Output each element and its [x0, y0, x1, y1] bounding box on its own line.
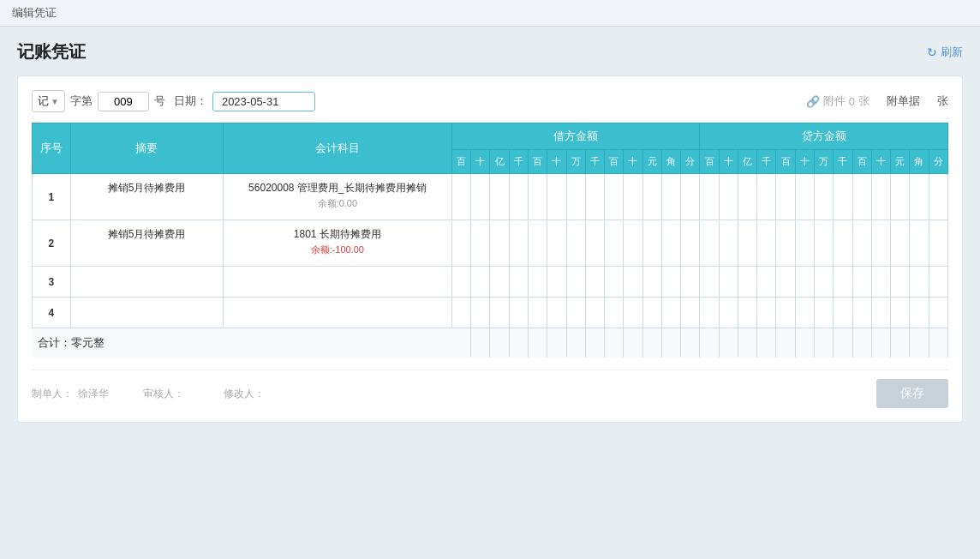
row-3-debit-1[interactable] — [471, 298, 490, 328]
row-2-debit-5[interactable] — [547, 267, 566, 298]
row-1-debit-3[interactable] — [509, 220, 528, 267]
row-2-credit-12[interactable] — [929, 267, 947, 298]
row-2-credit-0[interactable] — [700, 267, 719, 298]
row-3-credit-8[interactable] — [852, 298, 871, 328]
row-2-account[interactable] — [223, 267, 451, 298]
type-select[interactable]: 记 ▼ — [32, 90, 65, 112]
row-2-credit-3[interactable] — [757, 267, 776, 298]
row-0-credit-2[interactable] — [738, 174, 756, 220]
row-0-debit-7[interactable] — [585, 174, 604, 220]
row-0-debit-10[interactable] — [642, 174, 661, 220]
row-0-debit-3[interactable] — [509, 174, 528, 220]
row-3-debit-4[interactable] — [529, 298, 547, 328]
row-3-credit-9[interactable] — [871, 298, 890, 328]
row-3-debit-0[interactable] — [451, 298, 470, 328]
save-button[interactable]: 保存 — [876, 379, 948, 408]
row-1-account[interactable]: 1801 长期待摊费用余额:-100.00 — [223, 220, 451, 267]
row-3-debit-2[interactable] — [490, 298, 509, 328]
row-1-summary[interactable]: 摊销5月待摊费用 — [70, 220, 223, 267]
row-1-credit-4[interactable] — [776, 220, 795, 267]
row-2-debit-4[interactable] — [529, 267, 547, 298]
row-2-credit-4[interactable] — [776, 267, 795, 298]
row-3-credit-4[interactable] — [776, 298, 795, 328]
row-2-debit-11[interactable] — [661, 267, 680, 298]
row-1-credit-12[interactable] — [929, 220, 947, 267]
row-1-credit-2[interactable] — [738, 220, 756, 267]
row-3-debit-9[interactable] — [624, 298, 642, 328]
row-3-credit-7[interactable] — [834, 298, 852, 328]
row-0-credit-4[interactable] — [776, 174, 795, 220]
row-1-debit-2[interactable] — [490, 220, 509, 267]
row-1-debit-1[interactable] — [471, 220, 490, 267]
row-2-summary[interactable] — [70, 267, 223, 298]
row-0-credit-12[interactable] — [929, 174, 947, 220]
row-1-debit-10[interactable] — [642, 220, 661, 267]
row-0-credit-11[interactable] — [910, 174, 929, 220]
row-3-credit-6[interactable] — [814, 298, 833, 328]
row-2-debit-7[interactable] — [585, 267, 604, 298]
row-1-credit-9[interactable] — [871, 220, 890, 267]
row-2-credit-8[interactable] — [852, 267, 871, 298]
row-3-debit-8[interactable] — [605, 298, 624, 328]
row-0-credit-3[interactable] — [757, 174, 776, 220]
row-1-credit-3[interactable] — [757, 220, 776, 267]
row-3-debit-12[interactable] — [681, 298, 700, 328]
row-0-debit-4[interactable] — [529, 174, 547, 220]
row-0-debit-1[interactable] — [471, 174, 490, 220]
row-1-credit-6[interactable] — [814, 220, 833, 267]
row-2-debit-1[interactable] — [471, 267, 490, 298]
row-1-debit-12[interactable] — [681, 220, 700, 267]
row-3-debit-10[interactable] — [642, 298, 661, 328]
row-0-credit-1[interactable] — [719, 174, 738, 220]
row-0-credit-5[interactable] — [795, 174, 814, 220]
row-0-credit-7[interactable] — [834, 174, 852, 220]
row-0-credit-10[interactable] — [891, 174, 910, 220]
row-0-credit-8[interactable] — [852, 174, 871, 220]
row-2-debit-9[interactable] — [624, 267, 642, 298]
row-1-credit-11[interactable] — [910, 220, 929, 267]
row-3-debit-3[interactable] — [509, 298, 528, 328]
row-3-debit-7[interactable] — [585, 298, 604, 328]
row-2-credit-9[interactable] — [871, 267, 890, 298]
row-1-debit-11[interactable] — [661, 220, 680, 267]
row-2-credit-1[interactable] — [719, 267, 738, 298]
row-2-debit-10[interactable] — [642, 267, 661, 298]
row-1-credit-5[interactable] — [795, 220, 814, 267]
row-3-credit-12[interactable] — [929, 298, 947, 328]
row-0-debit-11[interactable] — [661, 174, 680, 220]
row-1-debit-4[interactable] — [529, 220, 547, 267]
row-0-debit-5[interactable] — [547, 174, 566, 220]
row-3-credit-1[interactable] — [719, 298, 738, 328]
row-1-credit-0[interactable] — [700, 220, 719, 267]
row-3-credit-11[interactable] — [910, 298, 929, 328]
row-1-credit-10[interactable] — [891, 220, 910, 267]
row-1-debit-9[interactable] — [624, 220, 642, 267]
refresh-button[interactable]: ↻ 刷新 — [927, 45, 963, 60]
row-2-credit-6[interactable] — [814, 267, 833, 298]
row-1-credit-8[interactable] — [852, 220, 871, 267]
row-2-debit-6[interactable] — [566, 267, 585, 298]
row-0-debit-0[interactable] — [451, 174, 470, 220]
row-1-debit-7[interactable] — [585, 220, 604, 267]
row-2-debit-0[interactable] — [451, 267, 470, 298]
row-0-debit-12[interactable] — [681, 174, 700, 220]
row-3-summary[interactable] — [70, 298, 223, 328]
row-0-debit-6[interactable] — [566, 174, 585, 220]
row-2-debit-8[interactable] — [605, 267, 624, 298]
row-2-credit-7[interactable] — [834, 267, 852, 298]
row-3-debit-5[interactable] — [547, 298, 566, 328]
row-2-credit-2[interactable] — [738, 267, 756, 298]
attach-button[interactable]: 🔗 附件 0 张 — [806, 93, 869, 109]
row-2-debit-3[interactable] — [509, 267, 528, 298]
row-0-credit-9[interactable] — [871, 174, 890, 220]
date-input[interactable] — [212, 92, 315, 111]
row-3-account[interactable] — [223, 298, 451, 328]
row-2-credit-10[interactable] — [891, 267, 910, 298]
row-1-credit-1[interactable] — [719, 220, 738, 267]
row-0-summary[interactable]: 摊销5月待摊费用 — [70, 174, 223, 220]
row-0-debit-8[interactable] — [605, 174, 624, 220]
row-0-account[interactable]: 56020008 管理费用_长期待摊费用摊销余额:0.00 — [223, 174, 451, 220]
row-3-credit-10[interactable] — [891, 298, 910, 328]
row-2-credit-5[interactable] — [795, 267, 814, 298]
row-2-debit-12[interactable] — [681, 267, 700, 298]
